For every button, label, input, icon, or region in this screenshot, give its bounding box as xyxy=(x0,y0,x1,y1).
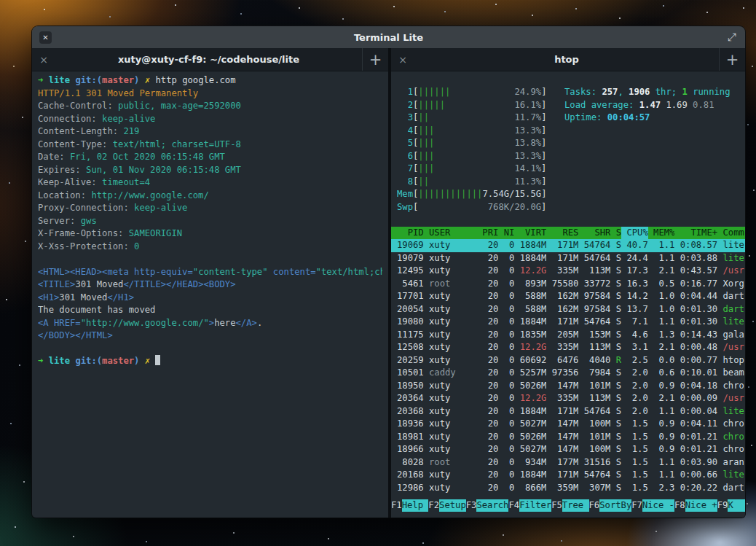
process-row[interactable]: 5461root200893M7558033772S16.30.50:16.77… xyxy=(391,278,745,291)
htop-tab-add-button[interactable]: + xyxy=(719,48,745,71)
fnkey-f3[interactable]: F3Search xyxy=(466,499,509,512)
cell-pri: 20 xyxy=(477,341,498,354)
cell-virt: 1884M xyxy=(514,252,546,265)
process-row[interactable]: 19080xuty2001884M171M54764S7.11.10:01.30… xyxy=(391,316,745,329)
shell-tab-add-button[interactable]: + xyxy=(362,48,388,71)
process-row[interactable]: 19079xuty2001884M171M54764S24.41.10:03.8… xyxy=(391,252,745,265)
col-header-shr[interactable]: SHR xyxy=(578,227,610,240)
fnkey-f6[interactable]: F6SortBy xyxy=(589,499,632,512)
window-title: Terminal Lite xyxy=(32,32,745,43)
process-row[interactable]: 18936xuty2005027M147M100MS1.50.90:04.11c… xyxy=(391,418,745,431)
window-expand-icon[interactable]: ⤢ xyxy=(728,31,736,44)
process-row[interactable]: 8028root200934M177M31516S1.51.10:03.90ar… xyxy=(391,456,745,469)
fnkey-number: F2 xyxy=(428,500,439,510)
process-row[interactable]: 20368xuty2001884M171M54764S2.01.10:00.04… xyxy=(391,405,745,418)
text-segment: Sun, 01 Nov 2020 06:15:48 GMT xyxy=(86,165,241,175)
process-row[interactable]: 19069xuty2001884M171M54764S40.71.10:08.5… xyxy=(391,239,745,252)
meter-bars: |||||| xyxy=(418,87,450,97)
text-segment: The document has moved xyxy=(38,305,155,315)
cell-time: 0:03.90 xyxy=(674,456,717,469)
cell-s: S xyxy=(610,316,621,329)
process-row[interactable]: 20364xuty20012.2G335M113MS2.02.10:00.09/… xyxy=(391,392,745,405)
meter-bars: ||| xyxy=(418,163,434,173)
text-cursor xyxy=(155,355,160,365)
cell-time: 0:04.44 xyxy=(674,290,717,303)
col-header-cpu[interactable]: CPU% xyxy=(621,227,648,240)
cell-ni: 0 xyxy=(498,431,514,444)
meter-value: 13.8% xyxy=(434,138,541,148)
shell-terminal[interactable]: ➜ lite git:(master) ✗ http google.comHTT… xyxy=(32,71,388,518)
text-segment: 1.47 xyxy=(639,100,661,110)
process-row[interactable]: 10501caddy2005257M973567984S2.00.60:10.0… xyxy=(391,367,745,380)
col-header-s[interactable]: S xyxy=(610,227,621,240)
meter-label: Swp xyxy=(397,201,413,214)
text-segment: keep-alive xyxy=(134,203,187,213)
col-header-pri[interactable]: PRI xyxy=(477,227,498,240)
htop-tab-close-button[interactable]: × xyxy=(391,54,414,66)
cell-user: root xyxy=(424,456,477,469)
process-row[interactable]: 20259xuty2006069264764040R2.50.00:00.77h… xyxy=(391,354,745,367)
cell-res: 147M xyxy=(546,418,578,431)
fnkey-f1[interactable]: F1Help xyxy=(391,499,428,512)
htop-spacer xyxy=(391,214,745,227)
process-row[interactable]: 18966xuty2005027M147M100MS1.50.90:01.21c… xyxy=(391,443,745,456)
window-titlebar[interactable]: ✕ Terminal Lite ⤢ xyxy=(32,26,745,48)
process-row[interactable]: 12986xuty200866M359M307MS1.52.30:20.22da… xyxy=(391,482,745,495)
cell-mem: 2.1 xyxy=(648,392,675,405)
text-segment: 1.69 xyxy=(661,100,688,110)
cell-virt: 866M xyxy=(514,482,546,495)
col-header-pid[interactable]: PID xyxy=(397,227,424,240)
meter-value: 11.7% xyxy=(429,112,541,122)
cell-cpu: 7.1 xyxy=(621,316,648,329)
function-key-bar: F1HelpF2SetupF3SearchF4FilterF5TreeF6Sor… xyxy=(391,499,745,512)
fnkey-f7[interactable]: F7Nice - xyxy=(631,499,674,512)
cell-cpu: 16.3 xyxy=(621,278,648,291)
cell-time: 0:00.09 xyxy=(674,392,717,405)
text-segment: master xyxy=(102,356,134,366)
process-row[interactable]: 12495xuty20012.2G335M113MS17.32.10:43.57… xyxy=(391,265,745,278)
cell-cpu: 3.1 xyxy=(621,341,648,354)
cell-pri: 20 xyxy=(477,354,498,367)
cell-s: S xyxy=(610,367,621,380)
col-header-ni[interactable]: NI xyxy=(498,227,514,240)
process-row[interactable]: 12508xuty20012.2G335M113MS3.12.10:00.48/… xyxy=(391,341,745,354)
col-header-res[interactable]: RES xyxy=(546,227,578,240)
htop-header-section: 1[|||||| 24.9%]2[||||| 16.1%]3[|| 11.7%]… xyxy=(391,86,745,214)
process-table-header: PIDUSERPRINIVIRTRESSHRSCPU%MEM%TIME+Comm xyxy=(391,227,745,240)
cell-res: 335M xyxy=(546,392,578,405)
htop-stats-line: Load average: 1.47 1.69 0.81 xyxy=(564,99,731,112)
text-segment: Server: xyxy=(38,216,81,226)
cell-s: S xyxy=(610,380,621,393)
cell-s: S xyxy=(610,329,621,342)
meter-label: 7 xyxy=(397,163,413,176)
col-header-mem[interactable]: MEM% xyxy=(648,227,675,240)
process-row[interactable]: 18950xuty2005026M147M101MS2.00.90:04.18c… xyxy=(391,380,745,393)
fnkey-f5[interactable]: F5Tree xyxy=(551,499,588,512)
process-row[interactable]: 20168xuty2001884M171M54764S1.51.10:00.66… xyxy=(391,469,745,482)
fnkey-f9[interactable]: F9K xyxy=(717,499,745,512)
cell-time: 0:00.66 xyxy=(674,469,717,482)
cell-time: 0:16.77 xyxy=(674,278,717,291)
process-row[interactable]: 20054xuty200588M162M97584S13.71.00:01.30… xyxy=(391,303,745,316)
process-row[interactable]: 18981xuty2005026M147M101MS1.50.90:01.21c… xyxy=(391,431,745,444)
cell-pid: 20168 xyxy=(397,469,424,482)
cell-cmd: htop xyxy=(717,354,745,367)
htop-pane: × htop + 1[|||||| 24.9%]2[||||| 16.1%]3[… xyxy=(391,48,745,518)
col-header-cmd[interactable]: Comm xyxy=(717,227,745,240)
col-header-user[interactable]: USER xyxy=(424,227,477,240)
col-header-time[interactable]: TIME+ xyxy=(674,227,717,240)
cell-user: xuty xyxy=(424,252,477,265)
fnkey-f8[interactable]: F8Nice + xyxy=(674,499,717,512)
window-close-button[interactable]: ✕ xyxy=(39,31,52,44)
col-header-virt[interactable]: VIRT xyxy=(514,227,546,240)
fnkey-f2[interactable]: F2Setup xyxy=(428,499,465,512)
text-segment: http google.com xyxy=(155,75,235,85)
cell-user: xuty xyxy=(424,431,477,444)
process-row[interactable]: 17701xuty200588M162M97584S14.21.00:04.44… xyxy=(391,290,745,303)
meter-bars: |||||||||||| xyxy=(418,189,482,199)
cell-shr: 54764 xyxy=(578,405,610,418)
htop-terminal[interactable]: 1[|||||| 24.9%]2[||||| 16.1%]3[|| 11.7%]… xyxy=(391,71,745,518)
fnkey-f4[interactable]: F4Filter xyxy=(508,499,551,512)
shell-tab-close-button[interactable]: × xyxy=(32,54,55,66)
process-row[interactable]: 11175xuty2001835M205M153MS4.61.30:14.43g… xyxy=(391,329,745,342)
